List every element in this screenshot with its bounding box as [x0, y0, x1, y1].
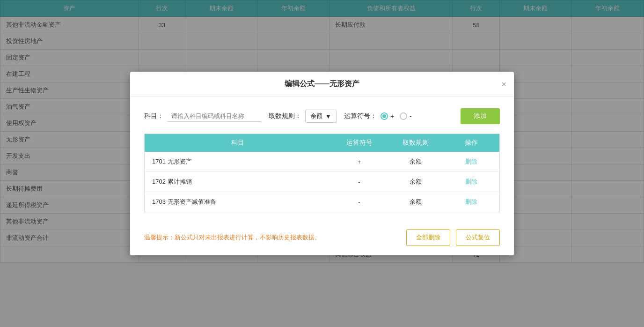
modal-title: 编辑公式——无形资产	[285, 80, 359, 88]
dropdown-arrow-icon: ▼	[325, 113, 331, 120]
formula-subject-1: 1702 累计摊销	[145, 172, 331, 192]
formula-row: 1701 无形资产 + 余额 删除	[145, 152, 500, 172]
radio-minus-circle	[400, 112, 407, 120]
table-header-action: 操作	[444, 134, 500, 152]
operator-minus-radio[interactable]: -	[400, 112, 412, 120]
formula-rule-1: 余额	[388, 172, 444, 192]
formula-action-2: 删除	[444, 192, 500, 212]
form-row: 科目： 取数规则： 余额 ▼ 运算符号： +	[144, 108, 500, 124]
formula-row: 1703 无形资产减值准备 - 余额 删除	[145, 192, 500, 212]
formula-row: 1702 累计摊销 - 余额 删除	[145, 172, 500, 192]
formula-operator-0: +	[331, 152, 388, 172]
operator-radio-group: + -	[381, 112, 412, 120]
rule-label: 取数规则：	[269, 112, 301, 120]
formula-table: 科目 运算符号 取数规则 操作 1701 无形资产 + 余额 删除	[144, 134, 500, 212]
reset-formula-button[interactable]: 公式复位	[456, 229, 500, 246]
subject-field: 科目：	[144, 111, 261, 122]
formula-action-1: 删除	[444, 172, 500, 192]
delete-link-2[interactable]: 删除	[465, 198, 477, 205]
formula-operator-2: -	[331, 192, 388, 212]
table-header-operator: 运算符号	[331, 134, 388, 152]
formula-subject-2: 1703 无形资产减值准备	[145, 192, 331, 212]
rule-select[interactable]: 余额 ▼	[305, 110, 337, 123]
subject-input[interactable]	[168, 111, 261, 122]
subject-label: 科目：	[144, 112, 164, 120]
operator-plus-radio[interactable]: +	[381, 112, 394, 120]
radio-plus-circle	[381, 112, 388, 120]
formula-rule-0: 余额	[388, 152, 444, 172]
formula-operator-1: -	[331, 172, 388, 192]
delete-link-1[interactable]: 删除	[465, 178, 477, 185]
modal-overlay: 编辑公式——无形资产 × 科目： 取数规则： 余额 ▼ 运	[0, 0, 644, 327]
modal-body: 科目： 取数规则： 余额 ▼ 运算符号： +	[130, 97, 514, 222]
delete-all-button[interactable]: 全部删除	[406, 229, 450, 246]
table-header-rule: 取数规则	[388, 134, 444, 152]
delete-link-0[interactable]: 删除	[465, 158, 477, 165]
modal-footer: 温馨提示：新公式只对未出报表进行计算，不影响历史报表数据。 全部删除 公式复位	[130, 222, 514, 255]
add-button[interactable]: 添加	[461, 108, 500, 124]
operator-plus-label: +	[390, 112, 394, 120]
rule-value: 余额	[310, 112, 322, 120]
formula-subject-0: 1701 无形资产	[145, 152, 331, 172]
table-header-subject: 科目	[145, 134, 331, 152]
rule-field: 取数规则： 余额 ▼	[269, 110, 337, 123]
formula-action-0: 删除	[444, 152, 500, 172]
modal-header: 编辑公式——无形资产 ×	[130, 72, 514, 97]
operator-minus-label: -	[410, 112, 412, 120]
operator-label: 运算符号：	[344, 112, 377, 120]
footer-hint: 温馨提示：新公式只对未出报表进行计算，不影响历史报表数据。	[144, 233, 321, 242]
operator-field: 运算符号： + -	[344, 112, 412, 120]
formula-rule-2: 余额	[388, 192, 444, 212]
footer-buttons: 全部删除 公式复位	[406, 229, 500, 246]
close-button[interactable]: ×	[501, 80, 506, 89]
edit-formula-modal: 编辑公式——无形资产 × 科目： 取数规则： 余额 ▼ 运	[130, 72, 514, 255]
